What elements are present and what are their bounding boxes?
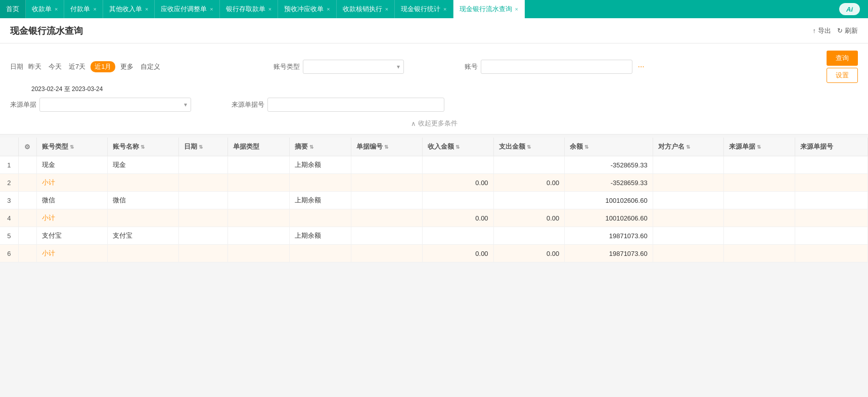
nav-tab-collection[interactable]: 收款单 × [26,0,64,18]
cell-index: 4 [0,209,18,227]
cell-summary [290,174,351,192]
query-button[interactable]: 查询 [827,51,858,66]
col-account-name[interactable]: 账号名称⇅ [108,138,179,156]
cell-index: 3 [0,192,18,209]
ai-badge[interactable]: Ai [839,3,860,15]
close-icon[interactable]: × [327,6,330,12]
nav-home[interactable]: 首页 [0,0,26,18]
date-range-value: 2023-02-24 至 2023-03-24 [31,85,103,93]
cell-counterparty [653,227,724,245]
nav-tab-cash-bank-stats[interactable]: 现金银行统计 × [395,0,453,18]
ai-label: Ai [846,6,853,13]
nav-tab-payment[interactable]: 付款单 × [64,0,103,18]
account-label: 账号 [465,62,478,71]
date-range-display: 2023-02-24 至 2023-03-24 [29,85,858,94]
cell-source-voucher-no [795,174,867,192]
sort-icon: ⇅ [584,144,588,150]
close-icon[interactable]: × [268,6,271,12]
cell-voucher-type [227,227,289,245]
col-summary[interactable]: 摘要⇅ [290,138,351,156]
cell-income [422,156,493,174]
table-wrap: ⚙ 账号类型⇅ 账号名称⇅ 日期⇅ 单据类型 摘要⇅ 单据编号⇅ [0,138,868,262]
account-input[interactable] [481,60,632,74]
cell-summary [290,209,351,227]
cell-source-voucher [724,209,795,227]
source-voucher-select[interactable] [39,98,191,112]
top-navigation: 首页 收款单 × 付款单 × 其他收入单 × 应收应付调整单 × 银行存取款单 … [0,0,868,18]
cell-account-name [108,209,179,227]
nav-tab-cash-bank-flow[interactable]: 现金银行流水查询 × [453,0,525,18]
col-counterparty[interactable]: 对方户名⇅ [653,138,724,156]
data-table: ⚙ 账号类型⇅ 账号名称⇅ 日期⇅ 单据类型 摘要⇅ 单据编号⇅ [0,138,868,262]
close-icon[interactable]: × [515,6,518,12]
col-voucher-type[interactable]: 单据类型 [227,138,289,156]
col-balance[interactable]: 余额⇅ [565,138,653,156]
sort-icon: ⇅ [309,144,313,150]
nav-tab-other-income[interactable]: 其他收入单 × [103,0,155,18]
collapse-bar[interactable]: ∧ 收起更多条件 [10,117,858,129]
date-btn-today[interactable]: 今天 [47,61,64,72]
cell-index: 2 [0,174,18,192]
cell-voucher-no [351,227,423,245]
cell-expense [493,192,565,209]
cell-date [178,245,227,262]
cell-voucher-type [227,174,289,192]
cell-date [178,174,227,192]
source-voucher-filter: 来源单据 [10,98,191,112]
tab-label: 银行存取款单 [226,5,265,14]
cell-source-voucher [724,156,795,174]
nav-tab-ar-ap-adjust[interactable]: 应收应付调整单 × [155,0,219,18]
cell-balance: 19871073.60 [565,227,653,245]
gear-icon[interactable]: ⚙ [24,143,30,151]
cell-summary: 上期余额 [290,227,351,245]
close-icon[interactable]: × [385,6,388,12]
export-button[interactable]: ↑ 导出 [813,26,832,35]
nav-tab-bank-deposit[interactable]: 银行存取款单 × [220,0,278,18]
date-btn-7days[interactable]: 近7天 [67,61,87,72]
col-account-type[interactable]: 账号类型⇅ [36,138,108,156]
col-voucher-no[interactable]: 单据编号⇅ [351,138,423,156]
col-expense[interactable]: 支出金额⇅ [493,138,565,156]
date-btn-yesterday[interactable]: 昨天 [26,61,43,72]
close-icon[interactable]: × [145,6,148,12]
date-btn-1month[interactable]: 近1月 [90,61,115,72]
source-voucher-select-wrap [39,98,191,112]
col-income[interactable]: 收入金额⇅ [422,138,493,156]
cell-expense: 0.00 [493,209,565,227]
account-type-select[interactable]: 现金 微信 支付宝 [303,60,404,74]
close-icon[interactable]: × [210,6,213,12]
export-icon: ↑ [813,27,816,34]
cell-date [178,209,227,227]
account-dots-button[interactable]: ··· [635,62,646,71]
cell-income: 0.00 [422,209,493,227]
settings-button[interactable]: 设置 [827,68,858,83]
close-icon[interactable]: × [55,6,58,12]
tab-label: 付款单 [70,5,90,14]
col-date[interactable]: 日期⇅ [178,138,227,156]
date-btn-custom[interactable]: 自定义 [139,61,162,72]
cell-balance: -3528659.33 [565,174,653,192]
account-type-filter: 账号类型 现金 微信 支付宝 [273,60,404,74]
cell-counterparty [653,209,724,227]
date-label: 日期 [10,62,23,71]
cell-summary: 上期余额 [290,192,351,209]
close-icon[interactable]: × [443,6,446,12]
source-voucher-no-input[interactable] [267,98,444,112]
table-body: 1现金现金上期余额-3528659.332小计0.000.00-3528659.… [0,156,868,262]
cell-account-name: 现金 [108,156,179,174]
close-icon[interactable]: × [93,6,96,12]
cell-expense [493,227,565,245]
col-gear[interactable]: ⚙ [18,138,36,156]
cell-date [178,227,227,245]
col-source-voucher-no[interactable]: 来源单据号 [795,138,867,156]
col-source-voucher[interactable]: 来源单据⇅ [724,138,795,156]
date-filter: 日期 昨天 今天 近7天 近1月 更多 自定义 [10,61,162,72]
cell-account-type: 小计 [36,209,108,227]
sort-icon: ⇅ [384,144,388,150]
nav-tab-collection-exec[interactable]: 收款核销执行 × [337,0,395,18]
filter-row-2: 来源单据 来源单据号 [10,98,858,112]
date-btn-more[interactable]: 更多 [118,61,135,72]
nav-tab-prepay-offset[interactable]: 预收冲应收单 × [278,0,336,18]
cell-account-name: 微信 [108,192,179,209]
refresh-button[interactable]: ↻ 刷新 [837,26,858,35]
